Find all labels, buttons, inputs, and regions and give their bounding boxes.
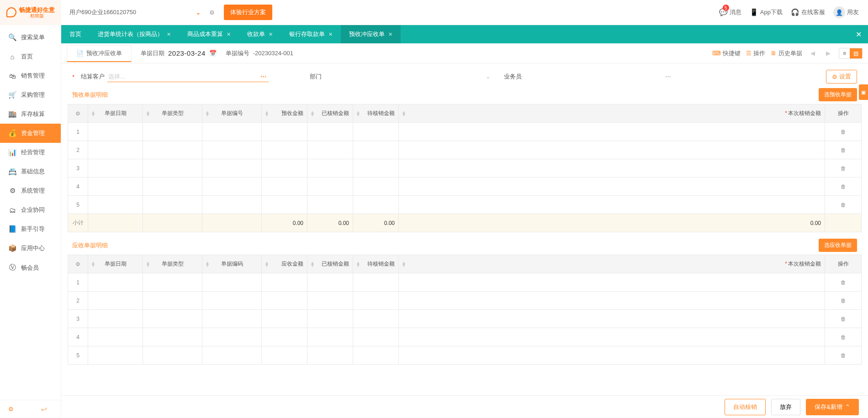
sidebar-item[interactable]: 💰资金管理 [0, 124, 61, 143]
table-settings-icon[interactable]: ⚙ [75, 261, 80, 267]
sort-icon[interactable]: ▲▼ [402, 111, 406, 116]
sidebar-item[interactable]: 🏬库存核算 [0, 104, 61, 124]
sort-icon[interactable]: ▲▼ [356, 261, 360, 267]
dept-input[interactable] [325, 73, 486, 80]
sidebar-item-label: 库存核算 [21, 110, 45, 118]
tab[interactable]: 首页 [61, 25, 90, 43]
settings-button[interactable]: ⚙ 设置 [826, 70, 857, 84]
select-prepay-button[interactable]: 选预收单据 [819, 88, 857, 101]
table-row[interactable]: 2🗑 [68, 292, 862, 310]
table-row[interactable]: 1🗑 [68, 273, 862, 292]
delete-icon[interactable]: 🗑 [841, 334, 846, 340]
table-row[interactable]: 3🗑 [68, 310, 862, 328]
sidebar-item[interactable]: 📦应用中心 [0, 239, 61, 258]
sidebar-item[interactable]: ⚙系统管理 [0, 181, 61, 200]
close-icon[interactable]: ✕ [167, 31, 171, 37]
close-all-tabs-icon[interactable]: ✕ [849, 30, 868, 39]
table-row[interactable]: 3🗑 [68, 159, 862, 178]
tab[interactable]: 进货单统计表（按商品）✕ [90, 25, 179, 43]
delete-icon[interactable]: 🗑 [841, 202, 846, 208]
tab[interactable]: 收款单✕ [239, 25, 281, 43]
sidebar-item[interactable]: 🔍搜索菜单 [0, 28, 61, 47]
main: 首页进货单统计表（按商品）✕商品成本重算✕收款单✕银行存取款单✕预收冲应收单✕ … [61, 25, 868, 418]
logo[interactable]: 畅捷通好生意 精简版 [0, 0, 61, 25]
sort-icon[interactable]: ▲▼ [356, 111, 360, 116]
tab[interactable]: 商品成本重算✕ [179, 25, 239, 43]
sort-icon[interactable]: ▲▼ [91, 261, 95, 267]
sort-icon[interactable]: ▲▼ [146, 111, 150, 116]
table-row[interactable]: 5🗑 [68, 196, 862, 214]
table-row[interactable]: 4🗑 [68, 328, 862, 346]
app-download-link[interactable]: 📱 App下载 [750, 8, 783, 16]
shortcuts-link[interactable]: ⌨快捷键 [712, 49, 741, 57]
delete-icon[interactable]: 🗑 [841, 147, 846, 153]
staff-input[interactable] [525, 73, 664, 80]
sidebar-item-label: 系统管理 [21, 187, 45, 195]
sort-icon[interactable]: ▲▼ [265, 261, 269, 267]
tab-label: 预收冲应收单 [349, 30, 385, 38]
table-row[interactable]: 2🗑 [68, 141, 862, 159]
online-service-link[interactable]: 🎧 在线客服 [791, 8, 825, 16]
sort-icon[interactable]: ▲▼ [205, 261, 210, 267]
doc-date-value[interactable]: 2023-03-24 [168, 49, 206, 57]
table-settings-icon[interactable]: ⚙ [75, 110, 80, 117]
sort-icon[interactable]: ▲▼ [310, 111, 315, 116]
settings-icon[interactable]: ⚙ [209, 9, 215, 16]
table-row[interactable]: 4🗑 [68, 178, 862, 196]
save-new-button[interactable]: 保存&新增 ⌃ [806, 399, 859, 415]
sort-icon[interactable]: ▲▼ [265, 111, 269, 116]
close-icon[interactable]: ✕ [269, 31, 273, 37]
next-doc-icon[interactable]: ▶ [823, 50, 833, 57]
calendar-icon[interactable]: 📅 [209, 50, 217, 57]
try-plan-button[interactable]: 体验行业方案 [224, 5, 272, 20]
delete-icon[interactable]: 🗑 [841, 183, 846, 190]
side-drawer-toggle[interactable]: ▣ [859, 84, 868, 100]
tab[interactable]: 银行存取款单✕ [281, 25, 341, 43]
sort-icon[interactable]: ▲▼ [310, 261, 315, 267]
sort-icon[interactable]: ▲▼ [91, 111, 95, 116]
dept-dropdown-icon[interactable]: ⌄ [486, 73, 491, 80]
sort-icon[interactable]: ▲▼ [402, 261, 406, 267]
tab[interactable]: 预收冲应收单✕ [341, 25, 401, 43]
operate-link[interactable]: ☰操作 [746, 49, 765, 57]
user-menu[interactable]: 👤 用友 [833, 6, 859, 18]
sidebar-item[interactable]: ⌂首页 [0, 47, 61, 66]
customer-input[interactable] [108, 73, 259, 80]
auto-writeoff-button[interactable]: 自动核销 [725, 399, 766, 415]
view-detail-icon[interactable]: ▤ [850, 48, 862, 58]
sort-icon[interactable]: ▲▼ [146, 261, 150, 267]
sidebar-settings-icon[interactable]: ⚙ [8, 406, 14, 413]
abandon-button[interactable]: 放弃 [771, 399, 800, 415]
sidebar-item-icon: 🗂 [8, 206, 16, 214]
sidebar-item[interactable]: Ⓥ畅会员 [0, 258, 61, 277]
sidebar-item[interactable]: 🛍销售管理 [0, 66, 61, 85]
close-icon[interactable]: ✕ [388, 31, 392, 37]
row-number: 5 [68, 346, 88, 365]
delete-icon[interactable]: 🗑 [841, 129, 846, 135]
close-icon[interactable]: ✕ [227, 31, 231, 37]
sidebar-item[interactable]: 📘新手引导 [0, 219, 61, 239]
sidebar-collapse-icon[interactable]: ⮐ [41, 406, 47, 413]
sidebar-item[interactable]: 📊经营管理 [0, 143, 61, 162]
messages-link[interactable]: 💬 5 消息 [719, 8, 741, 16]
sidebar-item[interactable]: 📇基础信息 [0, 162, 61, 181]
sidebar-item[interactable]: 🗂企业协同 [0, 200, 61, 219]
delete-icon[interactable]: 🗑 [841, 298, 846, 304]
delete-icon[interactable]: 🗑 [841, 316, 846, 322]
close-icon[interactable]: ✕ [328, 31, 333, 37]
prev-doc-icon[interactable]: ◀ [808, 50, 818, 57]
view-list-icon[interactable]: ≡ [839, 48, 850, 58]
select-receivable-button[interactable]: 选应收单据 [819, 239, 857, 252]
delete-icon[interactable]: 🗑 [841, 352, 846, 359]
org-selector[interactable]: 用户690企业1660120750 ⌄ [69, 8, 201, 16]
table-row[interactable]: 1🗑 [68, 123, 862, 141]
sidebar-item-icon: 📦 [8, 244, 16, 252]
history-link[interactable]: 🗎历史单据 [771, 49, 802, 57]
table-row[interactable]: 5🗑 [68, 346, 862, 365]
sidebar-item[interactable]: 🛒采购管理 [0, 85, 61, 104]
sort-icon[interactable]: ▲▼ [205, 111, 210, 116]
customer-lookup-icon[interactable]: ⋯ [259, 73, 268, 80]
delete-icon[interactable]: 🗑 [841, 165, 846, 172]
delete-icon[interactable]: 🗑 [841, 279, 846, 286]
staff-lookup-icon[interactable]: ⋯ [664, 73, 672, 80]
